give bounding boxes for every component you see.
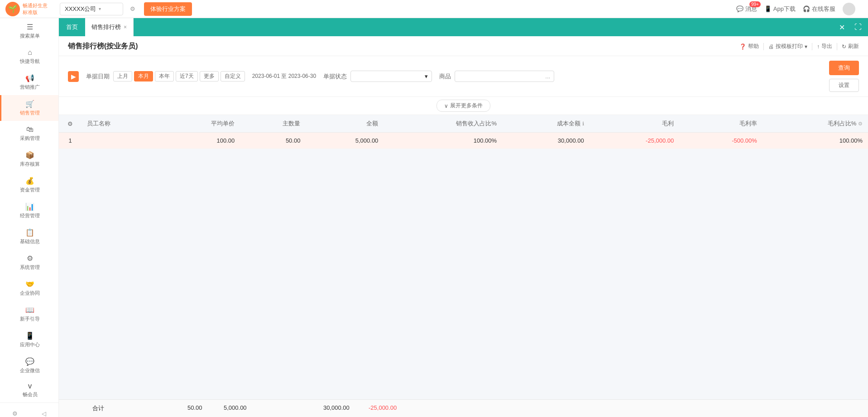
cell-rank: 1 <box>59 133 82 149</box>
cell-cost: 30,000.00 <box>502 133 590 149</box>
sidebar-item-membership[interactable]: V 畅会员 <box>0 379 58 403</box>
online-service-button[interactable]: 🎧 在线客服 <box>803 5 835 13</box>
print-button[interactable]: 🖨 按模板打印 ▾ <box>768 43 807 50</box>
sidebar-collapse-button[interactable]: ◁ <box>38 407 50 417</box>
date-btn-7days[interactable]: 近7天 <box>176 71 198 81</box>
status-dropdown-icon: ▾ <box>425 73 428 80</box>
sales-icon: 🛒 <box>25 100 34 108</box>
tab-window-close-icon[interactable]: ✕ <box>835 21 848 34</box>
status-filter-group: 单据状态 ▾ <box>323 71 432 82</box>
status-select[interactable]: ▾ <box>350 71 432 82</box>
message-button[interactable]: 💬 消息 99+ <box>736 5 757 13</box>
tab-home[interactable]: 首页 <box>59 18 85 36</box>
mobile-icon: 📱 <box>764 5 772 12</box>
help-button[interactable]: ❓ 帮助 <box>739 43 759 50</box>
trial-button[interactable]: 体验行业方案 <box>144 2 192 16</box>
tab-fullscreen-icon[interactable]: ⛶ <box>852 21 864 34</box>
cell-qty: 50.00 <box>240 133 306 149</box>
date-btn-last-month[interactable]: 上月 <box>113 71 132 81</box>
table-area: ⚙ 员工名称 平均单价 主数量 全额 销售收入占比% 成本全额 ℹ 毛利 毛利率… <box>59 115 868 399</box>
chevron-down-icon: ▾ <box>99 6 101 11</box>
app-logo: 🌱 畅通好生意 标准版 <box>5 2 60 16</box>
expand-conditions-button[interactable]: ∨ 展开更多条件 <box>436 100 490 112</box>
date-range-display: 2023-06-01 至 2023-06-30 <box>252 72 316 80</box>
date-btn-this-year[interactable]: 本年 <box>155 71 174 81</box>
date-btn-this-month[interactable]: 本月 <box>134 71 153 81</box>
filter-toggle-button[interactable]: ▶ <box>68 71 79 82</box>
col-sales-pct: 销售收入占比% <box>384 115 502 133</box>
sidebar-item-search[interactable]: ☰ 搜索菜单 <box>0 18 58 44</box>
footer-label: 合计 <box>87 404 141 412</box>
export-button[interactable]: ↑ 导出 <box>817 43 832 50</box>
refresh-icon: ↻ <box>842 43 846 50</box>
sidebar-item-wechat[interactable]: 💬 企业微信 <box>0 353 58 379</box>
cell-name <box>82 133 161 149</box>
date-btn-more[interactable]: 更多 <box>200 71 219 81</box>
basic-info-icon: 📋 <box>25 228 34 237</box>
help-icon: ❓ <box>739 43 746 50</box>
data-table: ⚙ 员工名称 平均单价 主数量 全额 销售收入占比% 成本全额 ℹ 毛利 毛利率… <box>59 115 868 149</box>
message-icon: 💬 <box>736 5 743 12</box>
collab-icon: 🤝 <box>25 280 34 288</box>
sidebar-settings-button[interactable]: ⚙ <box>9 407 21 417</box>
col-cost: 成本全额 ℹ <box>502 115 590 133</box>
avatar[interactable] <box>843 3 855 15</box>
date-btn-custom[interactable]: 自定义 <box>221 71 245 81</box>
export-icon: ↑ <box>817 43 820 50</box>
search-menu-icon: ☰ <box>27 23 33 31</box>
footer-cost: 30,000.00 <box>318 404 363 412</box>
apps-icon: 📱 <box>25 331 34 340</box>
divider3 <box>837 43 837 50</box>
cell-gross-rate: -500.00% <box>679 133 762 149</box>
date-filter-group: 单据日期 上月 本月 本年 近7天 更多 自定义 <box>86 71 245 81</box>
footer-avg-price <box>141 404 182 412</box>
col-avg-price: 平均单价 <box>161 115 240 133</box>
membership-icon: V <box>28 383 32 390</box>
wechat-icon: 💬 <box>25 357 34 366</box>
table-settings-button[interactable]: 设置 <box>829 79 859 92</box>
search-button[interactable]: 查询 <box>829 61 859 75</box>
sidebar-item-inventory[interactable]: 📦 库存核算 <box>0 146 58 172</box>
system-icon: ⚙ <box>27 254 33 263</box>
sidebar-item-finance[interactable]: 💰 资金管理 <box>0 172 58 198</box>
sidebar-item-collab[interactable]: 🤝 企业协同 <box>0 275 58 301</box>
message-badge: 99+ <box>749 1 761 7</box>
sidebar-item-marketing[interactable]: 📢 营销推广 <box>0 69 58 95</box>
expand-row: ∨ 展开更多条件 <box>59 97 868 115</box>
col-settings[interactable]: ⚙ <box>59 115 82 133</box>
sidebar-item-system[interactable]: ⚙ 系统管理 <box>0 249 58 275</box>
purchase-icon: 🛍 <box>26 125 34 134</box>
col-gross-pct: 毛利占比% ⚙ <box>762 115 868 133</box>
company-name: XXXXX公司 <box>65 5 96 13</box>
col-gross: 毛利 <box>590 115 680 133</box>
footer-cells: 合计 50.00 5,000.00 30,000.00 -25,000.00 <box>87 404 863 412</box>
footer-gross: -25,000.00 <box>363 404 408 412</box>
headset-icon: 🎧 <box>803 5 810 12</box>
sidebar-item-basic[interactable]: 📋 基础信息 <box>0 224 58 249</box>
tab-sales-ranking[interactable]: 销售排行榜 × <box>85 18 134 36</box>
date-label: 单据日期 <box>86 72 110 81</box>
cell-gross-pct: 100.00% <box>762 133 868 149</box>
col-amount: 全额 <box>306 115 384 133</box>
settings-icon[interactable]: ⚙ <box>126 2 139 16</box>
tab-bar: 首页 销售排行榜 × ✕ ⛶ <box>59 18 868 36</box>
goods-input[interactable]: ... <box>455 71 554 82</box>
app-download-button[interactable]: 📱 App下载 <box>764 5 796 13</box>
sidebar-item-quicknav[interactable]: ⌂ 快捷导航 <box>0 44 58 69</box>
sidebar-item-sales[interactable]: 🛒 销售管理 <box>0 95 58 121</box>
company-selector[interactable]: XXXXX公司 ▾ <box>60 3 123 15</box>
refresh-button[interactable]: ↻ 刷新 <box>842 43 859 50</box>
marketing-icon: 📢 <box>25 74 34 82</box>
gross-pct-info-icon: ⚙ <box>858 121 863 126</box>
sidebar-item-purchase[interactable]: 🛍 采购管理 <box>0 121 58 146</box>
footer-sales-pct <box>264 404 318 412</box>
sidebar-item-apps[interactable]: 📱 应用中心 <box>0 327 58 353</box>
table-footer: 合计 50.00 5,000.00 30,000.00 -25,000.00 <box>59 399 868 417</box>
header-actions: ❓ 帮助 🖨 按模板打印 ▾ ↑ <box>739 43 859 50</box>
tab-close-icon[interactable]: × <box>124 24 127 30</box>
sidebar-item-guide[interactable]: 📖 新手引导 <box>0 301 58 327</box>
divider <box>763 43 764 50</box>
sidebar-item-operations[interactable]: 📊 经营管理 <box>0 198 58 224</box>
expand-icon: ∨ <box>444 103 448 109</box>
footer-amount: 5,000.00 <box>218 404 264 412</box>
